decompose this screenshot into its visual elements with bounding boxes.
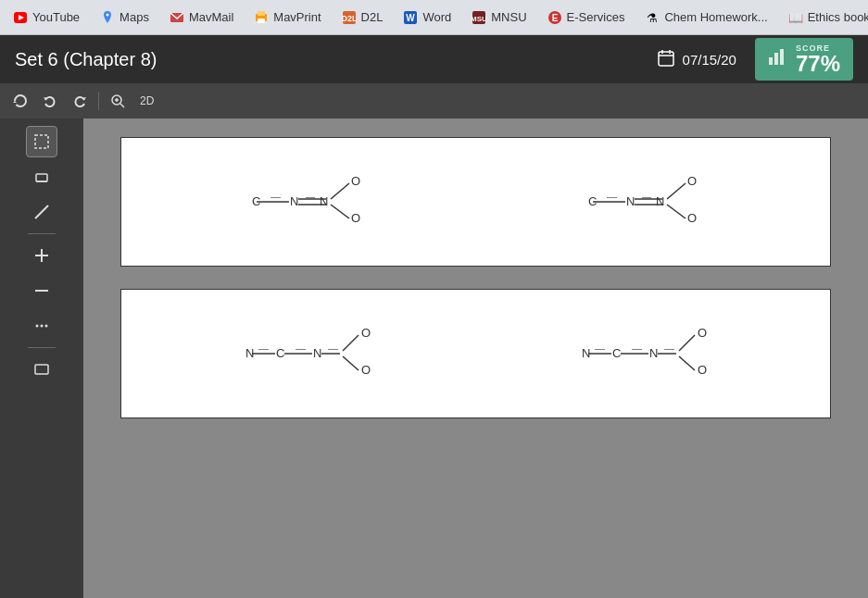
svg-text:W: W (407, 13, 416, 23)
undo-button[interactable] (37, 88, 63, 114)
svg-text:C: C (588, 194, 597, 208)
tab-mavprint-label: MavPrint (273, 10, 321, 24)
svg-rect-38 (35, 365, 48, 374)
svg-rect-5 (258, 11, 265, 16)
svg-text:N: N (320, 194, 328, 208)
svg-line-67 (343, 356, 359, 370)
select-tool-button[interactable] (26, 126, 57, 157)
svg-text:O: O (361, 363, 371, 377)
structure-2b: N C N O O — — — (579, 317, 709, 391)
svg-text:—: — (595, 343, 605, 354)
tab-ethics[interactable]: 📖 Ethics book (779, 4, 868, 31)
svg-text:—: — (632, 343, 642, 354)
maps-icon (100, 10, 115, 25)
structure-1a: C N N O O — — (247, 165, 368, 239)
svg-text:O: O (351, 211, 360, 225)
svg-rect-29 (36, 174, 47, 181)
tab-bar: YouTube Maps MavMail MavPrint D2L D2L W … (0, 0, 868, 35)
svg-text:📖: 📖 (788, 10, 803, 25)
score-chart-icon (768, 46, 788, 72)
chem-icon: ⚗ (645, 10, 660, 25)
svg-text:N: N (245, 346, 254, 360)
tab-mavmail[interactable]: MavMail (160, 4, 243, 31)
svg-text:O: O (361, 326, 371, 340)
svg-line-66 (343, 335, 359, 351)
svg-text:—: — (664, 343, 674, 354)
svg-rect-17 (659, 52, 673, 66)
main-content: C N N O O — — C N N O O — (0, 118, 868, 598)
svg-point-2 (107, 13, 109, 16)
eraser-tool-button[interactable] (26, 161, 57, 193)
structure-1b: C N N O O — — (584, 165, 704, 239)
svg-rect-22 (774, 53, 778, 65)
line-tool-button[interactable] (26, 196, 57, 228)
header-date: 07/15/20 (657, 49, 736, 70)
tab-mavprint[interactable]: MavPrint (245, 4, 330, 31)
canvas-area[interactable]: C N N O O — — C N N O O — (83, 118, 868, 598)
svg-rect-6 (258, 19, 265, 23)
svg-text:O: O (698, 326, 707, 340)
svg-text:N: N (582, 346, 590, 360)
svg-text:E: E (551, 13, 558, 23)
tab-chem-label: Chem Homework... (664, 10, 767, 24)
tab-eservices[interactable]: E E-Services (538, 4, 635, 31)
svg-text:C: C (252, 194, 260, 208)
refresh-button[interactable] (7, 88, 33, 114)
tab-eservices-label: E-Services (567, 10, 625, 24)
ethics-icon: 📖 (788, 10, 803, 25)
toolbar: 2D (0, 83, 868, 118)
mavprint-icon (254, 10, 269, 25)
drawing-box-2: N C N O O — — — N C N O O — (120, 289, 831, 418)
sidebar-toolbar (0, 118, 83, 598)
svg-point-37 (45, 325, 48, 328)
svg-text:N: N (656, 194, 664, 208)
tab-word[interactable]: W Word (394, 4, 460, 31)
youtube-icon (13, 10, 28, 25)
svg-line-43 (331, 205, 349, 218)
svg-text:—: — (258, 343, 269, 354)
eservices-icon: E (547, 10, 562, 25)
date-value: 07/15/20 (683, 52, 736, 68)
svg-line-42 (331, 183, 349, 199)
add-tool-button[interactable] (26, 240, 57, 271)
tab-mavmail-label: MavMail (189, 10, 233, 24)
tab-word-label: Word (422, 10, 451, 24)
sidebar-separator-1 (28, 233, 56, 234)
sidebar-separator-2 (28, 347, 56, 348)
tab-d2l[interactable]: D2L D2L (333, 4, 393, 31)
svg-text:N: N (290, 194, 298, 208)
svg-text:N: N (626, 194, 635, 208)
tab-mnsu[interactable]: MSU MNSU (462, 4, 535, 31)
tab-ethics-label: Ethics book (808, 10, 868, 24)
svg-text:O: O (351, 174, 360, 188)
structure-2a: N C N O O — — — (243, 317, 372, 391)
svg-text:O: O (687, 174, 697, 188)
tab-youtube[interactable]: YouTube (4, 4, 89, 31)
svg-text:O: O (687, 211, 697, 225)
more-tool-button[interactable] (26, 310, 57, 342)
drawing-box-1: C N N O O — — C N N O O — (120, 137, 831, 267)
tab-chem[interactable]: ⚗ Chem Homework... (635, 4, 776, 31)
svg-line-79 (679, 335, 695, 351)
redo-button[interactable] (67, 88, 93, 114)
svg-line-31 (35, 206, 48, 218)
svg-text:MSU: MSU (472, 15, 486, 23)
svg-text:O: O (698, 363, 707, 377)
2d-mode-button[interactable]: 2D (134, 88, 159, 114)
svg-line-54 (667, 183, 686, 199)
rectangle-tool-button[interactable] (26, 354, 57, 385)
remove-tool-button[interactable] (26, 275, 57, 306)
svg-point-35 (36, 325, 39, 328)
svg-text:—: — (642, 192, 651, 202)
svg-rect-21 (769, 57, 773, 65)
tab-maps[interactable]: Maps (91, 4, 158, 31)
zoom-button[interactable] (105, 88, 131, 114)
mavmail-icon (170, 10, 184, 25)
score-badge: SCORE 77% (755, 38, 853, 81)
d2l-icon: D2L (342, 10, 357, 25)
svg-text:—: — (607, 191, 617, 202)
svg-rect-23 (780, 49, 784, 65)
tab-mnsu-label: MNSU (491, 10, 526, 24)
svg-text:C: C (612, 346, 621, 360)
svg-text:N: N (313, 346, 321, 360)
